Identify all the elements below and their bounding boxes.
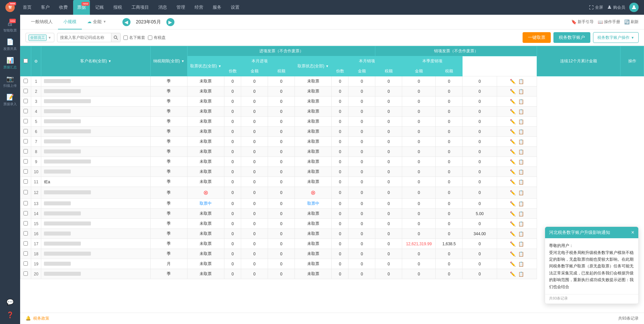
copy-icon[interactable]: 📋 — [518, 251, 524, 257]
sidebar-message[interactable]: 💬 — [0, 296, 20, 309]
my-accounts-filter[interactable]: 名下账套 — [123, 35, 145, 41]
copy-icon[interactable]: 📋 — [518, 139, 524, 144]
search-button[interactable] — [111, 33, 120, 42]
row-checkbox[interactable] — [23, 211, 28, 215]
tax-policy-link[interactable]: 🔔 税务政策 — [25, 316, 49, 321]
sidebar-invoice-entry[interactable]: 📝 票据录入 — [0, 91, 20, 109]
sidebar-help[interactable]: ❓ — [0, 309, 20, 321]
edit-icon[interactable]: ✏️ — [510, 89, 516, 94]
nav-client[interactable]: 客户 — [37, 0, 54, 15]
row-checkbox[interactable] — [23, 271, 28, 276]
tax-period-header[interactable]: 纳税期限(全部) ▼ — [150, 46, 187, 76]
edit-icon[interactable]: ✏️ — [510, 179, 516, 185]
row-checkbox[interactable] — [23, 129, 28, 133]
copy-icon[interactable]: 📋 — [518, 201, 524, 206]
copy-icon[interactable]: 📋 — [518, 179, 524, 185]
tab-general-taxpayer[interactable]: 一般纳税人 — [25, 15, 58, 29]
nav-billing[interactable]: 收费 — [55, 0, 72, 15]
row-checkbox[interactable] — [23, 201, 28, 205]
edit-icon[interactable]: ✏️ — [510, 271, 516, 277]
edit-icon[interactable]: ✏️ — [510, 149, 516, 154]
employee-filter[interactable]: 全部员工 ▼ — [25, 33, 54, 42]
nav-message[interactable]: 消息 — [154, 0, 171, 15]
copy-icon[interactable]: 📋 — [518, 241, 524, 247]
guide-btn[interactable]: 🔖 新手引导 — [571, 19, 594, 25]
row-checkbox[interactable] — [23, 231, 28, 236]
in-status-header[interactable]: 取票状态(全部) ▼ — [187, 56, 224, 76]
tab-all[interactable]: ☁ 全能 ▼ — [82, 15, 112, 29]
row-checkbox[interactable] — [23, 241, 28, 246]
sidebar-smart-invoice[interactable]: 🖨 new 智能取票 — [0, 17, 20, 36]
user-avatar[interactable] — [629, 3, 639, 12]
row-checkbox[interactable] — [23, 261, 28, 266]
edit-icon[interactable]: ✏️ — [510, 159, 516, 165]
settings-icon[interactable]: ⚙ — [34, 59, 38, 64]
manual-btn[interactable]: 📖 操作手册 — [598, 19, 620, 25]
row-checkbox[interactable] — [23, 149, 28, 153]
row-checkbox[interactable] — [23, 159, 28, 164]
copy-icon[interactable]: 📋 — [518, 89, 524, 94]
nav-accounting[interactable]: 记账 — [91, 0, 108, 15]
row-checkbox[interactable] — [23, 89, 28, 93]
nav-invoice[interactable]: 票据 new — [73, 0, 90, 15]
prev-month-btn[interactable]: ◀ — [122, 18, 130, 26]
edit-icon[interactable]: ✏️ — [510, 231, 516, 237]
row-checkbox[interactable] — [23, 119, 28, 123]
sidebar-invoice-summary[interactable]: 📊 票据汇总 — [0, 54, 20, 72]
edit-icon[interactable]: ✏️ — [510, 190, 516, 195]
out-status-header[interactable]: 取票状态(全部) ▼ — [295, 56, 332, 76]
edit-icon[interactable]: ✏️ — [510, 119, 516, 124]
edit-icon[interactable]: ✏️ — [510, 129, 516, 134]
row-checkbox[interactable] — [23, 79, 28, 83]
select-all-checkbox[interactable] — [23, 59, 28, 63]
fullscreen-btn[interactable]: 全屏 — [589, 5, 603, 10]
nav-tax[interactable]: 报税 — [109, 0, 126, 15]
copy-icon[interactable]: 📋 — [518, 190, 524, 195]
client-name-header[interactable]: 客户名称(全部) ▼ — [41, 46, 150, 76]
notification-close-btn[interactable]: × — [631, 230, 634, 235]
nav-business[interactable]: 工商项目 — [127, 0, 153, 15]
row-checkbox[interactable] — [23, 190, 28, 194]
member-btn[interactable]: 购会员 — [607, 5, 625, 10]
row-checkbox[interactable] — [23, 179, 28, 184]
has-tax-disk-checkbox[interactable] — [148, 36, 152, 40]
nav-manage[interactable]: 管理 — [172, 0, 189, 15]
copy-icon[interactable]: 📋 — [518, 119, 524, 124]
row-checkbox[interactable] — [23, 251, 28, 256]
copy-icon[interactable]: 📋 — [518, 99, 524, 104]
row-checkbox[interactable] — [23, 169, 28, 174]
copy-icon[interactable]: 📋 — [518, 271, 524, 277]
edit-icon[interactable]: ✏️ — [510, 211, 516, 216]
tax-digital-ops-btn[interactable]: 税务数字账户操作 ▼ — [593, 32, 639, 43]
tax-digital-btn[interactable]: 税务数字账户 — [553, 32, 590, 43]
copy-icon[interactable]: 📋 — [518, 159, 524, 165]
row-checkbox[interactable] — [23, 109, 28, 113]
search-input[interactable] — [57, 35, 111, 40]
nav-service[interactable]: 服务 — [209, 0, 225, 15]
copy-icon[interactable]: 📋 — [518, 79, 524, 84]
one-click-btn[interactable]: 一键取票 — [523, 32, 551, 43]
sidebar-open-invoice[interactable]: 📄 发票开具 — [0, 36, 20, 54]
row-checkbox[interactable] — [23, 99, 28, 103]
has-tax-disk-filter[interactable]: 有税盘 — [148, 35, 166, 41]
edit-icon[interactable]: ✏️ — [510, 251, 516, 257]
edit-icon[interactable]: ✏️ — [510, 79, 516, 84]
sidebar-scan-upload[interactable]: 📷 扫描上传 — [0, 72, 20, 91]
copy-icon[interactable]: 📋 — [518, 169, 524, 175]
copy-icon[interactable]: 📋 — [518, 261, 524, 267]
nav-operation[interactable]: 经营 — [191, 0, 207, 15]
nav-home[interactable]: 首页 — [19, 0, 36, 15]
copy-icon[interactable]: 📋 — [518, 211, 524, 216]
edit-icon[interactable]: ✏️ — [510, 261, 516, 267]
row-checkbox[interactable] — [23, 221, 28, 225]
edit-icon[interactable]: ✏️ — [510, 241, 516, 247]
edit-icon[interactable]: ✏️ — [510, 201, 516, 206]
copy-icon[interactable]: 📋 — [518, 129, 524, 134]
refresh-btn[interactable]: 🔄 刷新 — [624, 19, 639, 25]
edit-icon[interactable]: ✏️ — [510, 139, 516, 144]
nav-settings[interactable]: 设置 — [227, 0, 244, 15]
edit-icon[interactable]: ✏️ — [510, 221, 516, 226]
copy-icon[interactable]: 📋 — [518, 221, 524, 226]
copy-icon[interactable]: 📋 — [518, 149, 524, 154]
edit-icon[interactable]: ✏️ — [510, 99, 516, 104]
